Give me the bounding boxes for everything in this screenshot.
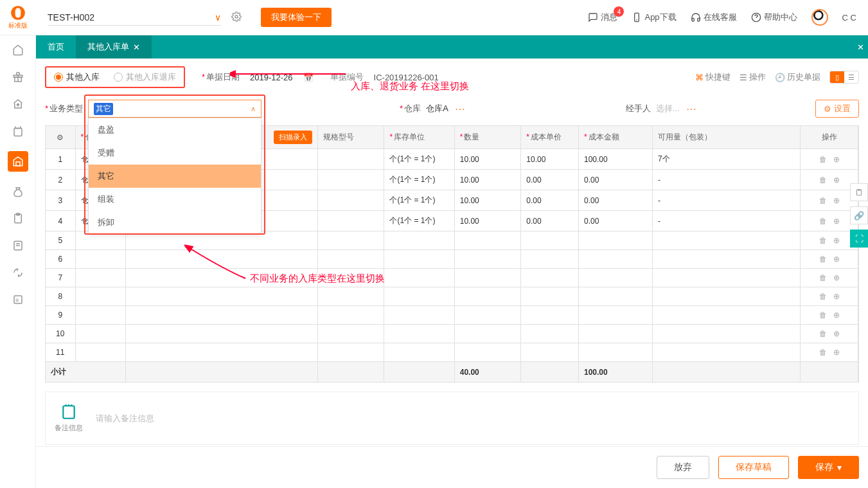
doc-date-value[interactable]: 2019-12-26: [250, 73, 293, 82]
biz-option-qita[interactable]: 其它: [89, 165, 261, 188]
remark-icon: 备注信息: [55, 404, 83, 433]
table-row[interactable]: 9🗑⊕: [46, 306, 858, 325]
table-row[interactable]: 6🗑⊕: [46, 250, 858, 269]
settings-button[interactable]: ⚙设置: [815, 100, 859, 118]
warehouse-more-icon[interactable]: ⋯: [455, 103, 465, 115]
delete-row-icon[interactable]: 🗑: [819, 329, 827, 338]
table-row[interactable]: 11🗑⊕: [46, 343, 858, 362]
expand-icon[interactable]: ⛶: [850, 230, 868, 248]
avatar[interactable]: [811, 9, 828, 26]
app-download-button[interactable]: App下载: [632, 12, 676, 23]
tab-close-icon[interactable]: ✕: [133, 42, 140, 52]
delete-row-icon[interactable]: 🗑: [819, 292, 827, 301]
delete-row-icon[interactable]: 🗑: [819, 273, 827, 282]
history-link[interactable]: 🕘 历史单据: [775, 71, 820, 83]
warehouse-icon[interactable]: [8, 151, 28, 172]
copy-row-icon[interactable]: ⊕: [833, 255, 840, 264]
link-icon[interactable]: 🔗: [850, 206, 868, 224]
house-up-icon[interactable]: [11, 97, 25, 111]
gift-icon[interactable]: [11, 70, 25, 84]
view-toggle[interactable]: ▯ ☰: [829, 71, 859, 84]
clipboard-icon[interactable]: [11, 212, 25, 226]
radio-other-inbound[interactable]: 其他入库: [54, 71, 100, 83]
delete-row-icon[interactable]: 🗑: [819, 217, 827, 226]
handler-input[interactable]: 选择...: [656, 103, 680, 114]
discard-button[interactable]: 放弃: [657, 456, 709, 479]
copy-row-icon[interactable]: ⊕: [833, 236, 840, 245]
copy-row-icon[interactable]: ⊕: [833, 311, 840, 320]
save-draft-button[interactable]: 保存草稿: [718, 456, 789, 479]
warehouse-label: *仓库: [400, 103, 421, 114]
shortcut-link[interactable]: ⌘快捷键: [695, 71, 731, 83]
svg-rect-7: [14, 129, 22, 136]
delete-row-icon[interactable]: 🗑: [819, 348, 827, 357]
handler-more-icon[interactable]: ⋯: [686, 103, 696, 115]
view-toggle-card[interactable]: ▯: [830, 71, 844, 83]
biz-option-panying[interactable]: 盘盈: [89, 118, 261, 141]
biz-type-label: *业务类型: [45, 103, 83, 114]
home-icon[interactable]: [11, 43, 25, 57]
copy-row-icon[interactable]: ⊕: [833, 176, 840, 185]
table-settings-icon[interactable]: ⚙: [46, 126, 75, 149]
copy-row-icon[interactable]: ⊕: [833, 196, 840, 205]
report-icon[interactable]: [11, 239, 25, 253]
customer-service-button[interactable]: 在线客服: [691, 12, 737, 23]
scan-input-button[interactable]: 扫描录入: [274, 131, 312, 144]
copy-row-icon[interactable]: ⊕: [833, 217, 840, 226]
biz-option-zuzhuang[interactable]: 组装: [89, 188, 261, 211]
bag-icon[interactable]: [11, 124, 25, 138]
save-button[interactable]: 保存▾: [798, 456, 859, 479]
left-sidebar: 新: [0, 35, 36, 488]
copy-row-icon[interactable]: ⊕: [833, 348, 840, 357]
copy-row-icon[interactable]: ⊕: [833, 155, 840, 164]
tab-other-inbound[interactable]: 其他入库单 ✕: [76, 35, 152, 59]
inbound-type-radio-group: 其他入库 其他入库退库: [45, 66, 185, 88]
biz-type-select[interactable]: 其它 ∧: [88, 100, 261, 118]
delete-row-icon[interactable]: 🗑: [819, 176, 827, 185]
svg-text:新: 新: [15, 298, 19, 302]
logo: 标准版: [0, 5, 36, 30]
tab-home[interactable]: 首页: [36, 35, 76, 59]
table-row[interactable]: 7🗑⊕: [46, 269, 858, 287]
doc-date-label: *单据日期: [202, 71, 240, 83]
money-bag-icon[interactable]: [11, 185, 25, 199]
delete-row-icon[interactable]: 🗑: [819, 311, 827, 320]
settings-icon[interactable]: [231, 12, 242, 24]
table-row[interactable]: 10🗑⊕: [46, 325, 858, 343]
view-toggle-list[interactable]: ☰: [844, 71, 858, 83]
copy-row-icon[interactable]: ⊕: [833, 329, 840, 338]
radio-other-inbound-return[interactable]: 其他入库退库: [114, 71, 176, 83]
help-center-button[interactable]: 帮助中心: [751, 12, 797, 23]
table-row[interactable]: 8🗑⊕: [46, 287, 858, 306]
warehouse-value[interactable]: 仓库A: [426, 103, 448, 114]
doc-no-label: 单据编号: [330, 71, 364, 83]
chevron-down-icon: ▾: [837, 462, 842, 473]
delete-row-icon[interactable]: 🗑: [819, 236, 827, 245]
svg-rect-1: [635, 13, 639, 21]
delete-row-icon[interactable]: 🗑: [819, 196, 827, 205]
footer-actions: 放弃 保存草稿 保存▾: [36, 446, 868, 488]
calendar-icon[interactable]: 📅: [303, 73, 314, 82]
delete-row-icon[interactable]: 🗑: [819, 155, 827, 164]
chevron-down-icon: ∨: [215, 12, 221, 23]
message-badge: 4: [614, 6, 624, 17]
note-icon[interactable]: 🗒: [850, 183, 868, 201]
operate-link[interactable]: ☰ 操作: [740, 71, 766, 83]
delete-row-icon[interactable]: 🗑: [819, 255, 827, 264]
biz-option-chaixie[interactable]: 拆卸: [89, 211, 261, 234]
messages-button[interactable]: 消息 4: [588, 12, 617, 23]
top-bar: 标准版 TEST-H002 ∨ 我要体验一下 消息 4 App下载 在线客服: [0, 0, 868, 35]
svg-point-0: [235, 15, 238, 18]
new-icon[interactable]: 新: [11, 293, 25, 307]
cycle-icon[interactable]: [11, 266, 25, 280]
remark-input[interactable]: 请输入备注信息: [96, 413, 849, 424]
biz-type-dropdown: 盘盈 受赠 其它 组装 拆卸: [88, 118, 261, 235]
copy-row-icon[interactable]: ⊕: [833, 292, 840, 301]
copy-row-icon[interactable]: ⊕: [833, 273, 840, 282]
biz-option-shouzeng[interactable]: 受赠: [89, 141, 261, 165]
org-selector[interactable]: TEST-H002 ∨: [48, 10, 221, 26]
trial-button[interactable]: 我要体验一下: [261, 8, 332, 27]
tabs-bar: 首页 其他入库单 ✕ ✕: [36, 35, 868, 59]
tabs-close-all[interactable]: ✕: [853, 35, 868, 59]
svg-rect-17: [63, 406, 74, 419]
